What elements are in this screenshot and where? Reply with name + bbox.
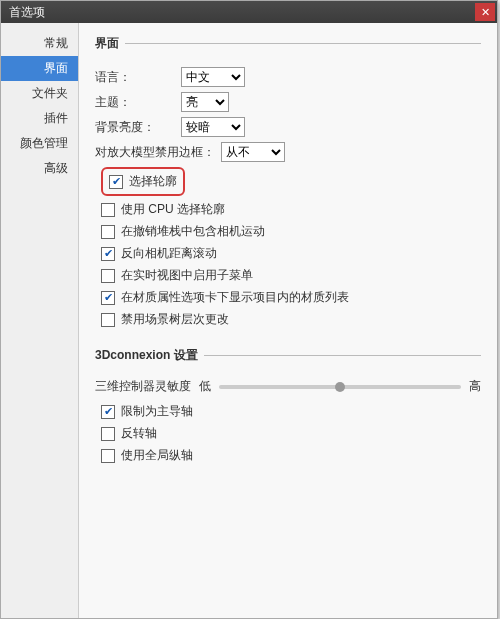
checkbox-label: 反转轴 (121, 425, 157, 442)
bgbright-label: 背景亮度： (95, 119, 175, 136)
checkbox-reverse-axis[interactable] (101, 427, 115, 441)
close-button[interactable]: ✕ (475, 3, 495, 21)
checkbox-global-axis[interactable] (101, 449, 115, 463)
window-title: 首选项 (9, 4, 45, 21)
checkbox-label: 反向相机距离滚动 (121, 245, 217, 262)
theme-select[interactable]: 亮 (181, 92, 229, 112)
checkbox-label: 限制为主导轴 (121, 403, 193, 420)
slider-high: 高 (469, 378, 481, 395)
checkbox-reverse-scroll[interactable] (101, 247, 115, 261)
checkbox-cpu-outline[interactable] (101, 203, 115, 217)
bgbright-select[interactable]: 较暗 (181, 117, 245, 137)
checkbox-submenu[interactable] (101, 269, 115, 283)
bbox-select[interactable]: 从不 (221, 142, 285, 162)
connexion-legend: 3Dconnexion 设置 (95, 347, 204, 364)
checkbox-dominant-axis[interactable] (101, 405, 115, 419)
interface-group: 界面 语言： 中文 主题： 亮 背景亮度： 较暗 对放大模型禁用边框： 从不 (95, 35, 481, 333)
close-icon: ✕ (481, 6, 490, 19)
language-label: 语言： (95, 69, 175, 86)
sidebar-item-folders[interactable]: 文件夹 (1, 81, 78, 106)
checkbox-undo-camera[interactable] (101, 225, 115, 239)
slider-label: 三维控制器灵敏度 (95, 378, 191, 395)
sidebar-item-advanced[interactable]: 高级 (1, 156, 78, 181)
sidebar-item-interface[interactable]: 界面 (1, 56, 78, 81)
main-panel: 界面 语言： 中文 主题： 亮 背景亮度： 较暗 对放大模型禁用边框： 从不 (79, 23, 497, 618)
checkbox-label: 选择轮廓 (129, 173, 177, 190)
connexion-group: 3Dconnexion 设置 三维控制器灵敏度 低 高 限制为主导轴 反转轴 (95, 347, 481, 469)
checkbox-selection-outline[interactable] (109, 175, 123, 189)
sidebar: 常规 界面 文件夹 插件 颜色管理 高级 (1, 23, 79, 618)
slider-low: 低 (199, 378, 211, 395)
checkbox-label: 在实时视图中启用子菜单 (121, 267, 253, 284)
checkbox-material-list[interactable] (101, 291, 115, 305)
checkbox-label: 禁用场景树层次更改 (121, 311, 229, 328)
theme-label: 主题： (95, 94, 175, 111)
checkbox-label: 在撤销堆栈中包含相机运动 (121, 223, 265, 240)
bbox-label: 对放大模型禁用边框： (95, 144, 215, 161)
checkbox-disable-tree[interactable] (101, 313, 115, 327)
preferences-window: 首选项 ✕ 常规 界面 文件夹 插件 颜色管理 高级 界面 语言： 中文 主题：… (0, 0, 498, 619)
slider-thumb[interactable] (335, 382, 345, 392)
sidebar-item-color[interactable]: 颜色管理 (1, 131, 78, 156)
sidebar-item-general[interactable]: 常规 (1, 31, 78, 56)
checkbox-label: 使用全局纵轴 (121, 447, 193, 464)
sidebar-item-plugins[interactable]: 插件 (1, 106, 78, 131)
sensitivity-slider[interactable] (219, 385, 461, 389)
titlebar: 首选项 ✕ (1, 1, 497, 23)
language-select[interactable]: 中文 (181, 67, 245, 87)
highlight-box: 选择轮廓 (101, 167, 185, 196)
interface-legend: 界面 (95, 35, 125, 52)
checkbox-label: 使用 CPU 选择轮廓 (121, 201, 225, 218)
checkbox-label: 在材质属性选项卡下显示项目内的材质列表 (121, 289, 349, 306)
